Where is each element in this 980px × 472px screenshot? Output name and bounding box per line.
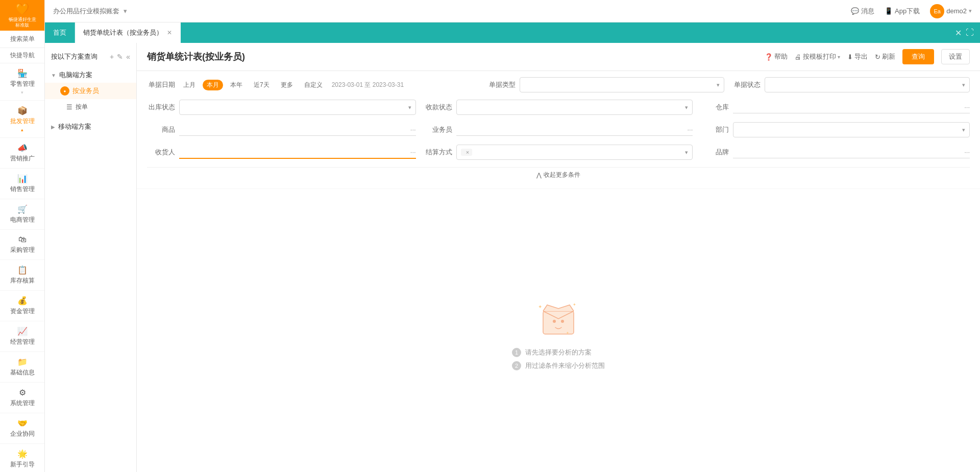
collab-icon: 🤝 [17, 418, 28, 428]
collect-status-select[interactable]: ▾ [456, 100, 693, 115]
edit-scheme-icon[interactable]: ✎ [117, 53, 123, 61]
refresh-btn[interactable]: ↻ 刷新 [875, 52, 895, 61]
message-btn[interactable]: 💬 消息 [851, 7, 874, 16]
svg-text:✦: ✦ [573, 302, 576, 307]
filter-out-status: 出库状态 ▾ [147, 100, 416, 115]
goods-input[interactable]: ··· [179, 124, 416, 136]
ecommerce-icon: 🛒 [17, 204, 28, 214]
content-area: ✦ ✦ ✦ 1 请先选择要分析的方案 2 用过滤条件来缩小分析范围 [137, 189, 980, 472]
tree-item-order[interactable]: ☰ 按单 [45, 99, 136, 115]
dept-select[interactable]: ▾ [733, 122, 970, 137]
empty-state: ✦ ✦ ✦ 1 请先选择要分析的方案 2 用过滤条件来缩小分析范围 [512, 291, 605, 370]
doc-status-select[interactable]: ▾ [765, 77, 970, 92]
settle-dropdown-icon: ▾ [685, 149, 688, 156]
collect-status-label: 收款状态 [424, 103, 452, 112]
empty-tip-2: 2 用过滤条件来缩小分析范围 [512, 361, 605, 370]
sidebar-item-label: 新手引导 [10, 460, 35, 469]
date-tab-custom[interactable]: 自定义 [300, 80, 327, 90]
warehouse-input[interactable]: ··· [733, 101, 970, 113]
quick-nav-label: 快捷导航 [10, 52, 35, 59]
search-menu[interactable]: 搜索菜单 [0, 31, 44, 48]
svg-text:✦: ✦ [566, 331, 569, 335]
logo-icon: 🧡 [15, 3, 29, 16]
sidebar-item-label: 资金管理 [10, 307, 35, 316]
sidebar-item-finance[interactable]: 💰 资金管理 [0, 291, 44, 321]
salesman-dots[interactable]: ··· [688, 126, 693, 133]
sidebar-item-label: 系统管理 [10, 399, 35, 408]
tree-group-mobile: ▶ 移动端方案 [45, 117, 136, 136]
out-status-select[interactable]: ▾ [179, 100, 416, 115]
inventory-icon: 📋 [17, 265, 28, 275]
help-label: 帮助 [774, 52, 788, 61]
brand-input[interactable]: ··· [733, 146, 970, 158]
logo-text: 畅捷通好生意标准版 [9, 17, 36, 28]
sales-icon: 📊 [17, 174, 28, 183]
sidebar-item-guide[interactable]: 🌟 新手引导 [0, 444, 44, 472]
sidebar-item-system[interactable]: ⚙ 系统管理 [0, 383, 44, 413]
sidebar-item-operation[interactable]: 📈 经营管理 [0, 321, 44, 352]
sidebar-item-sales[interactable]: 📊 销售管理 [0, 169, 44, 199]
page-title-row: 销货单统计表(按业务员) ❓ 帮助 🖨 按模板打印 ▾ ⬇ [147, 49, 970, 64]
date-filter: 上月 本月 本年 近7天 更多 自定义 2023-03-01 至 2023-03… [179, 80, 479, 90]
tab-close-icon[interactable]: ✕ [167, 29, 172, 36]
date-tab-7-days[interactable]: 近7天 [250, 80, 274, 90]
warehouse-dots[interactable]: ··· [964, 103, 970, 111]
app-download-btn[interactable]: 📱 App下载 [885, 7, 920, 16]
salesman-input[interactable]: ··· [456, 124, 693, 136]
date-tab-more[interactable]: 更多 [277, 80, 297, 90]
date-tab-this-year[interactable]: 本年 [226, 80, 247, 90]
topbar-left: 办公用品行业模拟账套 ▾ [53, 7, 127, 16]
brand-dots[interactable]: ··· [964, 148, 970, 156]
breadcrumb-dropdown-icon[interactable]: ▾ [124, 7, 127, 15]
settle-tag-close-icon[interactable]: × [466, 149, 469, 155]
add-scheme-icon[interactable]: + [110, 53, 114, 61]
tab-actions: ✕ ⛶ [955, 28, 980, 38]
user-menu[interactable]: Ea demo2 ▾ [930, 4, 972, 18]
sidebar-item-ecommerce[interactable]: 🛒 电商管理 [0, 199, 44, 230]
sidebar-item-purchase[interactable]: 🛍 采购管理 [0, 230, 44, 260]
goods-dots[interactable]: ··· [410, 126, 416, 133]
sidebar-item-collab[interactable]: 🤝 企业协同 [0, 413, 44, 444]
sidebar-item-basic-info[interactable]: 📁 基础信息 [0, 352, 44, 383]
settings-button[interactable]: 设置 [941, 49, 970, 64]
expand-tab-action[interactable]: ⛶ [966, 28, 974, 37]
consignee-input[interactable]: ··· [179, 146, 416, 159]
filter-area: 单据日期 上月 本月 本年 近7天 更多 自定义 2023-03-01 至 20… [137, 71, 980, 188]
operation-icon: 📈 [17, 326, 28, 336]
quick-nav[interactable]: 快捷导航 [0, 48, 44, 63]
left-panel-title-text: 按以下方案查询 [51, 52, 97, 61]
doc-status-label: 单据状态 [732, 80, 761, 89]
sidebar-item-inventory[interactable]: 📋 库存核算 [0, 260, 44, 291]
filter-goods: 商品 ··· [147, 124, 416, 136]
collapse-panel-icon[interactable]: « [126, 53, 130, 61]
sidebar-item-label: 零售管理 [10, 80, 35, 88]
tree-group-pc-title[interactable]: ▼ 电脑端方案 [45, 67, 136, 83]
collapse-filter-btn[interactable]: ⋀ 收起更多条件 [147, 167, 970, 182]
sidebar-item-wholesale[interactable]: 📦 批发管理 ▴ [0, 101, 44, 138]
export-btn[interactable]: ⬇ 导出 [847, 52, 868, 61]
date-tab-this-month[interactable]: 本月 [203, 80, 223, 90]
tab-home[interactable]: 首页 [45, 22, 75, 43]
sidebar-item-retail[interactable]: 🏪 零售管理 ▾ [0, 63, 44, 101]
doc-type-dropdown-icon: ▾ [717, 82, 720, 88]
triangle-collapsed-icon: ▶ [51, 124, 55, 130]
marketing-icon: 📣 [17, 143, 28, 153]
filter-row-1: 单据日期 上月 本月 本年 近7天 更多 自定义 2023-03-01 至 20… [147, 77, 970, 92]
tabbar: 首页 销货单统计表（按业务员） ✕ ✕ ⛶ [45, 22, 980, 43]
tree-item-salesman[interactable]: ● 按业务员 [45, 83, 136, 99]
sidebar-item-label: 电商管理 [10, 216, 35, 224]
sidebar-item-marketing[interactable]: 📣 营销推广 [0, 138, 44, 169]
consignee-dots[interactable]: ··· [410, 148, 416, 156]
help-btn[interactable]: ❓ 帮助 [765, 52, 788, 61]
sidebar-item-label: 经营管理 [10, 338, 35, 346]
settle-select[interactable]: × ▾ [456, 145, 693, 160]
date-tab-last-month[interactable]: 上月 [179, 80, 200, 90]
doc-type-select[interactable]: ▾ [520, 77, 725, 92]
tab-sales-stats[interactable]: 销货单统计表（按业务员） ✕ [75, 22, 181, 43]
query-button[interactable]: 查询 [902, 49, 934, 64]
print-btn[interactable]: 🖨 按模板打印 ▾ [795, 52, 840, 61]
order-icon: ☰ [66, 103, 72, 111]
close-tab-action[interactable]: ✕ [955, 28, 962, 38]
tree-group-mobile-title[interactable]: ▶ 移动端方案 [45, 119, 136, 134]
filter-brand: 品牌 ··· [701, 146, 970, 158]
